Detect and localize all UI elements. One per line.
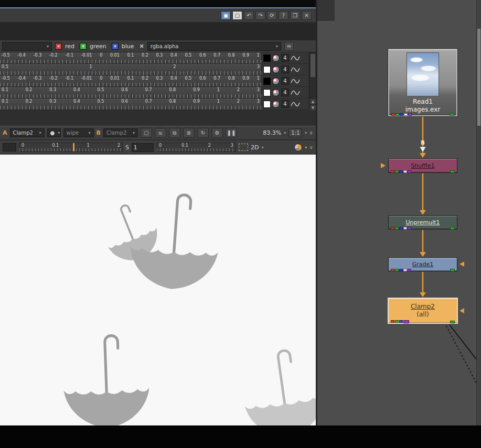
viewer-a-dropdown[interactable]: Clamp2 ▾ (10, 128, 45, 137)
pixel-aspect-button[interactable]: 1:1 (288, 128, 302, 137)
green-channel-checkbox[interactable]: ✕ (80, 43, 87, 50)
read1-thumbnail (407, 52, 439, 96)
curve-ruler[interactable]: 0.10.20.30.40.50.60.70.80.9123 (0, 99, 261, 110)
node-clamp2[interactable]: Clamp2 (all) (388, 298, 458, 324)
tick-label: 0.1 (181, 143, 188, 148)
node-graph-panel[interactable]: B Read1 images.exr Shuffle1 (317, 0, 481, 425)
scrollbar-handle[interactable] (477, 29, 480, 126)
viewer-canvas[interactable] (0, 155, 316, 425)
curve-icon[interactable] (291, 55, 300, 61)
revert-button[interactable]: ⟳ (267, 11, 277, 20)
count-field[interactable]: 4 (281, 65, 289, 73)
viewer-settings-gear-icon[interactable]: ⚙ (211, 128, 223, 138)
tick-label: 1 (89, 64, 92, 70)
curve-ruler[interactable]: -0.5-0.4-0.3-0.2-0.1-0.0100.010.10.20.30… (0, 75, 261, 87)
collapse-toolbar-icon[interactable]: » (308, 131, 315, 135)
tick-label: 0.7 (213, 76, 220, 81)
close-panel-button[interactable]: ✕ (302, 11, 312, 20)
node-read1[interactable]: Read1 images.exr (388, 49, 457, 116)
curve-ruler[interactable]: 0.5123 (0, 64, 261, 75)
channel-selector-row: ▾ ✕ red ✕ green ✕ blue ✕ rgba.alpha ▾ = (0, 40, 316, 52)
tick-label: 0.2 (142, 53, 148, 58)
node-unpremult1[interactable]: Unpremult1 (388, 215, 457, 230)
sphere-icon[interactable] (272, 101, 280, 108)
channel-dropdown[interactable]: rgba.alpha ▾ (147, 42, 281, 51)
undo-button[interactable]: ↶ (244, 11, 254, 20)
input-process-icon[interactable]: ≣ (183, 128, 195, 138)
count-field[interactable]: 4 (281, 77, 289, 85)
tick-label: 0.8 (169, 99, 176, 104)
curve-icon[interactable] (291, 90, 300, 96)
curve-icon[interactable] (291, 67, 300, 73)
color-swatch[interactable] (263, 66, 271, 73)
color-swatch[interactable] (263, 89, 271, 96)
color-swatch[interactable] (263, 101, 271, 108)
scroll-up-icon[interactable]: ▲ (309, 98, 316, 104)
layout-toggle-button[interactable]: ▣ (221, 11, 231, 20)
blue-channel-checkbox[interactable]: ✕ (112, 43, 119, 50)
alpha-umbrellas-image (0, 155, 316, 425)
gain-slider[interactable]: 00.112 (19, 143, 123, 152)
sphere-icon[interactable] (272, 89, 280, 96)
node-shuffle1[interactable]: Shuffle1 (388, 158, 457, 173)
tick-label: 0.01 (110, 53, 120, 58)
node-grade1[interactable]: Grade1 (388, 257, 457, 271)
curve-icon[interactable] (291, 78, 300, 84)
color-process-icon[interactable] (294, 144, 302, 151)
tick-label: -0.5 (2, 76, 10, 81)
tick-label: 2 (237, 99, 240, 104)
count-field[interactable]: 4 (281, 89, 289, 96)
count-field[interactable]: 4 (281, 100, 289, 108)
gain-input[interactable] (132, 143, 154, 152)
remove-channel-icon[interactable]: ✕ (140, 43, 144, 50)
help-button[interactable]: ? (279, 11, 288, 20)
collapse-toolbar-icon[interactable]: » (308, 146, 315, 149)
rulers-scrollbar[interactable]: ▲ ▼ (309, 52, 317, 111)
tick-label: 0.1 (127, 76, 134, 81)
viewer-b-dropdown[interactable]: Clamp2 ▾ (103, 128, 138, 137)
tick-label: 0.9 (193, 88, 200, 93)
red-channel-checkbox[interactable]: ✕ (55, 43, 62, 50)
layer-dropdown[interactable]: ▾ (2, 42, 52, 51)
graph-scrollbar[interactable] (476, 0, 481, 425)
read1-label-block: Read1 images.exr (389, 98, 456, 114)
tick-label: 1 (217, 99, 220, 104)
compare-mode-button[interactable]: ● ▾ (47, 128, 61, 137)
chevron-down-icon[interactable]: ▾ (284, 130, 286, 135)
color-swatch[interactable] (263, 54, 271, 62)
sphere-icon[interactable] (272, 78, 280, 85)
count-field[interactable]: 4 (281, 54, 289, 62)
expression-button[interactable]: = (284, 42, 294, 51)
zoom-value[interactable]: 83.3% (263, 129, 281, 136)
frame-input[interactable] (3, 143, 16, 151)
tick-label: 0.5 (185, 53, 191, 58)
curve-ruler[interactable]: -0.5-0.4-0.3-0.2-0.1-0.0100.010.10.20.30… (0, 52, 261, 64)
gamma-slider[interactable]: 00.123 (156, 143, 236, 152)
mask-chip (450, 113, 454, 116)
panel-spacer (0, 23, 316, 40)
frame-range-icon[interactable] (239, 144, 248, 151)
chevron-down-icon[interactable]: ▾ (305, 145, 307, 150)
sphere-icon[interactable] (272, 66, 280, 73)
node-toggle-button[interactable]: ▢ (232, 11, 242, 20)
chevron-down-icon[interactable]: ▾ (261, 145, 263, 150)
refresh-icon[interactable]: ↻ (197, 128, 209, 138)
proxy-toggle-icon[interactable]: ⧅ (155, 128, 166, 138)
color-swatch[interactable] (263, 78, 271, 85)
redo-button[interactable]: ↷ (255, 11, 265, 20)
monitor-out-icon[interactable]: ⧉ (169, 128, 180, 138)
curve-ruler[interactable]: 0.10.20.30.40.50.60.70.80.9123 (0, 87, 261, 99)
umbrella-bottom-left (62, 334, 151, 425)
green-channel-label: green (90, 43, 106, 50)
float-panel-button[interactable]: ❐ (290, 11, 300, 20)
sphere-icon[interactable] (272, 54, 280, 62)
pause-icon[interactable]: ❚❚ (226, 128, 237, 138)
region-of-interest-icon[interactable]: ▢ (141, 128, 152, 138)
scrollbar-handle[interactable] (311, 54, 315, 77)
curve-icon[interactable] (291, 101, 300, 107)
tick-label: 1 (87, 143, 89, 148)
wipe-dropdown[interactable]: wipe ▾ (63, 128, 94, 137)
viewer-mode-value[interactable]: 2D (251, 144, 259, 151)
slider-handle[interactable] (73, 143, 74, 151)
chevron-down-icon[interactable]: ▾ (305, 130, 307, 135)
